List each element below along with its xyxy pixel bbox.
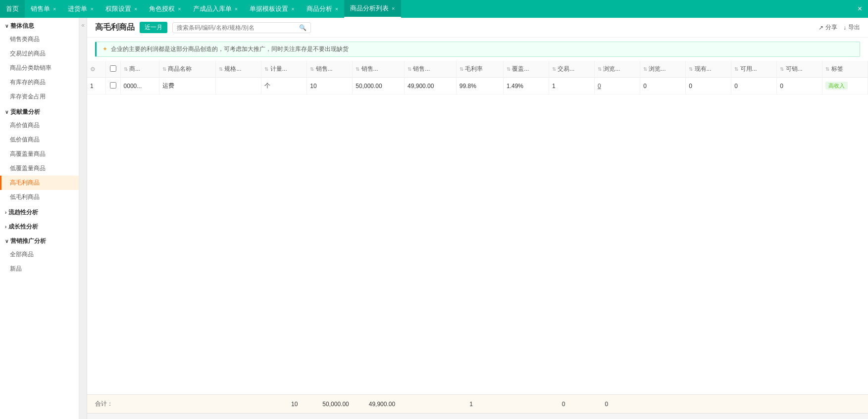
sidebar-section-整体信息[interactable]: ∨整体信息 [0,18,79,32]
sidebar-item-低覆盖量商品[interactable]: 低覆盖量商品 [0,161,79,176]
sidebar-item-低价值商品[interactable]: 低价值商品 [0,133,79,147]
share-btn[interactable]: ↗ 分享 [818,23,837,32]
nav-close-icon[interactable]: × [291,6,294,12]
select-all-checkbox[interactable] [110,65,116,72]
col-sort-icon: ⇅ [780,66,784,72]
sidebar-item-高价值商品[interactable]: 高价值商品 [0,118,79,133]
footer-bar: 合计： 10 50,000.00 49,900.00 1 0 0 [87,394,868,413]
col-sort-icon: ⇅ [598,66,602,72]
sidebar-item-新品[interactable]: 新品 [0,262,79,276]
nav-close-icon[interactable]: × [90,6,93,12]
col-header-stock_available[interactable]: ⇅ 可用... [731,61,777,78]
footer-sales-cost: 49,900.00 [369,401,395,408]
nav-close-icon[interactable]: × [335,6,338,12]
sidebar-item-全部商品[interactable]: 全部商品 [0,247,79,262]
link-val[interactable]: 0 [598,83,601,90]
col-header-view2[interactable]: ⇅ 浏览... [640,61,686,78]
cell-trade: 1 [549,78,595,94]
col-header-trade[interactable]: ⇅ 交易... [549,61,595,78]
col-header-stock_current[interactable]: ⇅ 现有... [686,61,731,78]
cell-tag: 高收入 [822,78,868,94]
cell-sales_cost: 49,900.00 [405,78,457,94]
info-bar: ✦ 企业的主要的利润都是这部分商品创造的，可考虑加大推广，同时关注库存是不要出现… [95,42,860,57]
tag-badge: 高收入 [825,82,848,90]
col-sort-icon: ⇅ [356,66,359,72]
col-header-sales_qty[interactable]: ⇅ 销售... [307,61,353,78]
cell-index: 1 [87,78,105,94]
search-input[interactable] [177,24,299,31]
search-box: 🔍 [172,22,311,33]
filter-month-btn[interactable]: 近一月 [140,22,167,33]
collapse-icon: « [81,22,85,29]
sidebar-item-商品分类助销率[interactable]: 商品分类助销率 [0,61,79,75]
cell-coverage: 1.49% [503,78,549,94]
col-header-sales_amount[interactable]: ⇅ 销售... [353,61,405,78]
sidebar-item-有库存的商品[interactable]: 有库存的商品 [0,75,79,90]
nav-close-icon[interactable]: × [53,6,56,12]
col-header-view1[interactable]: ⇅ 浏览... [595,61,640,78]
header-actions: ↗ 分享 ↓ 导出 [818,23,860,32]
sidebar-item-高覆盖量商品[interactable]: 高覆盖量商品 [0,147,79,161]
col-header-coverage[interactable]: ⇅ 覆盖... [503,61,549,78]
nav-item-商品分析[interactable]: 商品分析× [301,0,344,18]
col-sort-icon: ⇅ [124,66,128,72]
nav-item-销售单[interactable]: 销售单× [25,0,62,18]
sidebar-section-贡献量分析[interactable]: ∨贡献量分析 [0,104,79,118]
cell-spec [216,78,261,94]
col-header-unit[interactable]: ⇅ 计量... [261,61,307,78]
section-arrow-icon: ∨ [5,238,8,244]
sidebar-item-低毛利商品[interactable]: 低毛利商品 [0,190,79,204]
col-header-margin_rate[interactable]: ⇅ 毛利率 [456,61,503,78]
nav-close-icon[interactable]: × [392,5,395,11]
table-row: 10000...运费个1050,000.0049,900.0099.8%1.49… [87,78,868,94]
col-sort-icon: ⇅ [310,66,314,72]
col-header-spec[interactable]: ⇅ 规格... [216,61,261,78]
footer-trade: 1 [469,401,473,408]
search-icon[interactable]: 🔍 [299,24,306,31]
nav-close-icon[interactable]: × [235,6,238,12]
col-sort-icon: ⇅ [460,66,463,72]
section-label: 营销推广分析 [10,237,46,245]
cell-view1[interactable]: 0 [595,78,640,94]
col-header-checkbox [105,61,120,78]
col-sort-icon: ⇅ [264,66,268,72]
nav-item-进货单[interactable]: 进货单× [62,0,99,18]
nav-close-icon[interactable]: × [134,6,137,12]
cell-sales_amount: 50,000.00 [353,78,405,94]
col-header-sales_cost[interactable]: ⇅ 销售... [405,61,457,78]
sidebar-section-成长性分析[interactable]: ›成长性分析 [0,219,79,233]
sidebar-item-高毛利商品[interactable]: 高毛利商品 [0,176,79,190]
row-checkbox[interactable] [110,82,116,89]
section-label: 贡献量分析 [10,108,40,116]
sidebar-item-库存资金占用[interactable]: 库存资金占用 [0,90,79,104]
nav-item-权限设置[interactable]: 权限设置× [100,0,143,18]
sidebar-item-销售类商品[interactable]: 销售类商品 [0,32,79,47]
cell-sales_qty: 10 [307,78,353,94]
close-all-tabs[interactable]: × [858,4,862,13]
cell-checkbox[interactable] [105,78,120,94]
col-header-stock_saleable[interactable]: ⇅ 可销... [777,61,822,78]
nav-item-单据模板设置[interactable]: 单据模板设置× [244,0,300,18]
sidebar-collapse-btn[interactable]: « [79,18,87,419]
star-icon: ✦ [102,46,107,52]
content-area: 高毛利商品 近一月 🔍 ↗ 分享 ↓ 导出 ✦ 企业的主要的利润都是这部分商品创… [87,18,868,419]
cell-stock_available: 0 [731,78,777,94]
footer-stock-current: 0 [562,401,565,408]
nav-close-icon[interactable]: × [178,6,181,12]
info-text: 企业的主要的利润都是这部分商品创造的，可考虑加大推广，同时关注库存是不要出现缺货 [111,46,349,52]
sidebar-item-交易过的商品[interactable]: 交易过的商品 [0,47,79,61]
nav-item-产成品入库单[interactable]: 产成品入库单× [187,0,244,18]
nav-item-首页[interactable]: 首页 [0,0,25,18]
col-header-name[interactable]: ⇅ 商品名称 [159,61,216,78]
horizontal-scrollbar[interactable] [87,413,868,419]
col-header-code[interactable]: ⇅ 商... [120,61,159,78]
content-header: 高毛利商品 近一月 🔍 ↗ 分享 ↓ 导出 [87,18,868,38]
footer-sales-qty: 10 [291,401,298,408]
nav-item-角色授权[interactable]: 角色授权× [143,0,187,18]
sidebar-section-流趋性分析[interactable]: ›流趋性分析 [0,204,79,219]
settings-icon[interactable]: ⚙ [90,66,96,73]
export-btn[interactable]: ↓ 导出 [843,23,860,32]
nav-item-商品分析列表[interactable]: 商品分析列表× [344,0,401,18]
col-header-tag[interactable]: ⇅ 标签 [822,61,868,78]
sidebar-section-营销推广分析[interactable]: ∨营销推广分析 [0,233,79,247]
